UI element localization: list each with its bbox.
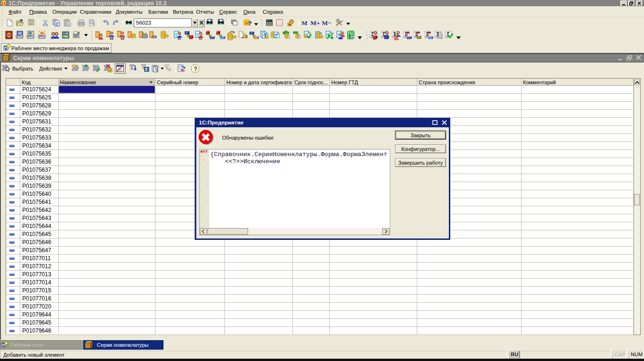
svg-text:$: $ [65,35,67,38]
svg-text:1C: 1C [1,1,7,6]
svg-text:?: ? [194,66,197,72]
svg-text:89: 89 [64,32,67,35]
svg-text:?: ? [248,20,252,27]
